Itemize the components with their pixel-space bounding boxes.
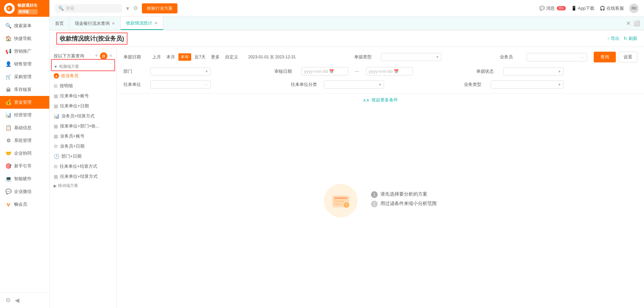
sidebar-item-system[interactable]: ⚙ 系统管理: [0, 134, 49, 147]
date-tab-this-month[interactable]: 本月: [164, 53, 177, 61]
window-maximize-icon[interactable]: ⬜: [633, 20, 640, 27]
sidebar-item-quick-nav[interactable]: 🏠 快捷导航: [0, 32, 49, 45]
filter-doc-status-select[interactable]: ▾: [503, 67, 564, 75]
sidebar-item-operation[interactable]: 📊 经营管理: [0, 109, 49, 121]
empty-step-2-text: 用过滤条件来缩小分析范围: [380, 201, 437, 207]
topbar-search[interactable]: 🔍 搜索: [55, 4, 122, 13]
query-button[interactable]: 查询: [594, 52, 616, 62]
tree-item-partner-date[interactable]: ▦ 往来单位+日期: [50, 101, 116, 111]
tree-item-partner-settlement1[interactable]: ⊞ 往来单位+结算方式: [50, 161, 116, 171]
collapse-up-icon: ∧∧: [363, 98, 370, 103]
table-icon-2: ▦: [54, 103, 58, 109]
tree-item-by-salesperson[interactable]: ● 按业务员: [50, 71, 116, 81]
collapse-panel-icon[interactable]: «: [109, 52, 112, 60]
date-tab-this-year[interactable]: 本年: [178, 53, 191, 61]
export-button[interactable]: ↑ 导出: [607, 36, 620, 42]
filter-salesperson-select[interactable]: ···: [527, 53, 587, 61]
sidebar-item-hardware[interactable]: 💻 智能硬件: [0, 172, 49, 185]
date-tab-more[interactable]: 更多: [209, 53, 222, 61]
orange-circle-icon: ●: [54, 73, 59, 79]
tree-item-salesperson-date[interactable]: ⚙ 业务员+日期: [50, 141, 116, 151]
sidebar-item-search[interactable]: 🔍 搜索菜单: [0, 19, 49, 32]
tree-item-by-detail[interactable]: ⊞ 按明细: [50, 81, 116, 91]
empty-area: ? 1 请先选择要分析的方案 2 用过滤条件来缩小分析范围: [117, 106, 644, 308]
tab-receipt-stats[interactable]: 收款情况统计 ✕: [121, 17, 163, 30]
left-panel-title: 按以下方案查询: [54, 53, 93, 59]
filter-salesperson-label: 业务员: [500, 54, 520, 60]
filter-partner-category-label: 往来单位分类: [291, 82, 317, 88]
empty-content: ? 1 请先选择要分析的方案 2 用过滤条件来缩小分析范围: [324, 184, 437, 217]
collapse-btn[interactable]: ∧∧ 收起更多条件: [117, 94, 644, 106]
table-icon-5: ▦: [54, 174, 58, 179]
hardware-icon: 💻: [5, 176, 11, 182]
app-download-item[interactable]: 📱 App下载: [571, 5, 594, 11]
settings-footer-icon[interactable]: ⚙: [5, 297, 11, 304]
sidebar-item-inventory[interactable]: 🏛 库存核算: [0, 83, 49, 96]
left-panel-icons: + ⚙ «: [95, 52, 112, 60]
date-tab-last-month[interactable]: 上月: [150, 53, 163, 61]
guide-icon: 🎯: [5, 163, 11, 169]
tree-group-mobile-label[interactable]: ▶ 移动端方案: [50, 182, 116, 190]
doc-status-dropdown-icon: ▾: [558, 69, 560, 74]
svg-text:?: ?: [345, 203, 347, 207]
partner-dots[interactable]: ···: [204, 82, 208, 87]
clock-icon: 🕐: [54, 154, 59, 159]
topbar-dropdown-icon[interactable]: ▾: [126, 5, 129, 12]
sidebar-nav: 🔍 搜索菜单 🏠 快捷导航 📢 营销推广 👤 销售管理 🛒 采购管理 🏛 库存核…: [0, 17, 49, 292]
filter-partner-select[interactable]: ···: [150, 80, 211, 89]
tree-item-partner-settlement2[interactable]: ▦ 往来单位+结算方式: [50, 171, 116, 182]
trial-button[interactable]: 体验行业方案: [142, 3, 177, 13]
filter-review-date-from[interactable]: yyyy-mm-dd 📅: [301, 67, 348, 75]
sidebar-item-purchase[interactable]: 🛒 采购管理: [0, 70, 49, 83]
grid-icon-2: ⊞: [54, 164, 58, 169]
tab-receipt-stats-close[interactable]: ✕: [154, 21, 158, 25]
sidebar: 6 畅捷通好生 标准版 🔍 搜索菜单 🏠 快捷导航 📢 营销推广 👤 销售管理 …: [0, 0, 50, 308]
sidebar-item-marketing[interactable]: 📢 营销推广: [0, 45, 49, 58]
search-icon: 🔍: [5, 23, 11, 29]
collapse-btn-inner[interactable]: ∧∧ 收起更多条件: [363, 97, 398, 103]
refresh-button[interactable]: ↻ 刷新: [624, 36, 637, 42]
sidebar-item-wechat[interactable]: 💬 企业微信: [0, 185, 49, 198]
page-header-actions: ↑ 导出 ↻ 刷新: [607, 36, 638, 42]
filter-dept-select[interactable]: ▾: [150, 67, 211, 75]
sidebar-item-capital[interactable]: 💰 资金管理: [0, 96, 49, 109]
date-tab-custom[interactable]: 自定义: [223, 53, 240, 61]
online-service-item[interactable]: 🎧 在线客服: [600, 5, 624, 11]
tab-bank-flow-close[interactable]: ✕: [112, 21, 115, 26]
settings-button[interactable]: 设置: [619, 52, 637, 62]
tree-expand-icon: ▼: [54, 64, 58, 69]
sidebar-item-sales[interactable]: 👤 销售管理: [0, 58, 49, 70]
sidebar-item-enterprise[interactable]: 🤝 企业协同: [0, 147, 49, 160]
message-item[interactable]: 💬 消息 99+: [539, 5, 566, 11]
filter-doc-type-select[interactable]: ▾: [381, 53, 441, 61]
sidebar-item-guide[interactable]: 🎯 新手引导: [0, 160, 49, 172]
sidebar-item-member[interactable]: V 畅会员: [0, 198, 49, 211]
tab-bank-flow[interactable]: 现金银行流水查询 ✕: [69, 17, 121, 30]
window-close-icon[interactable]: ✕: [626, 20, 631, 27]
step-num-2: 2: [371, 201, 378, 207]
user-avatar[interactable]: Rit: [629, 4, 639, 13]
empty-step-2: 2 用过滤条件来缩小分析范围: [371, 201, 437, 207]
tree-item-dept-date[interactable]: 🕐 部门+日期: [50, 151, 116, 161]
tree-item-salesperson-settlement[interactable]: 📊 业务员+结算方式: [50, 111, 116, 121]
topbar-settings-icon[interactable]: ⚙: [133, 5, 138, 11]
tree-group-desktop-label[interactable]: ▼ 电脑端方案: [50, 62, 116, 71]
online-service-icon: 🎧: [600, 6, 605, 11]
tab-home[interactable]: 首页: [50, 17, 69, 30]
add-scheme-icon[interactable]: +: [95, 52, 98, 60]
settings-scheme-icon[interactable]: ⚙: [100, 52, 107, 60]
enterprise-icon: 🤝: [5, 150, 11, 156]
filter-review-date-to[interactable]: yyyy-mm-dd 📅: [366, 67, 413, 75]
tree-item-partner-account[interactable]: ▦ 往来单位+账号: [50, 91, 116, 101]
filter-row-1: 单据日期 上月 本月 本年 近7天 更多 自定义 2023-01-01 至 20…: [123, 52, 637, 62]
collapse-sidebar-icon[interactable]: ◀: [15, 297, 19, 304]
sidebar-item-basic[interactable]: 📋 基础信息: [0, 121, 49, 134]
filter-biz-type-select[interactable]: ▾: [491, 81, 564, 89]
tree-item-partner-dept[interactable]: ▦ 按来单位+部门+收...: [50, 121, 116, 131]
salesperson-dots[interactable]: ···: [580, 55, 584, 60]
filter-partner-category-select[interactable]: ▾: [324, 81, 384, 89]
tree-item-salesperson-account[interactable]: ▦ 业务员+账号: [50, 131, 116, 141]
date-tab-7days[interactable]: 近7天: [193, 53, 208, 61]
app-download-icon: 📱: [571, 6, 577, 11]
filter-area: 单据日期 上月 本月 本年 近7天 更多 自定义 2023-01-01 至 20…: [117, 47, 644, 94]
